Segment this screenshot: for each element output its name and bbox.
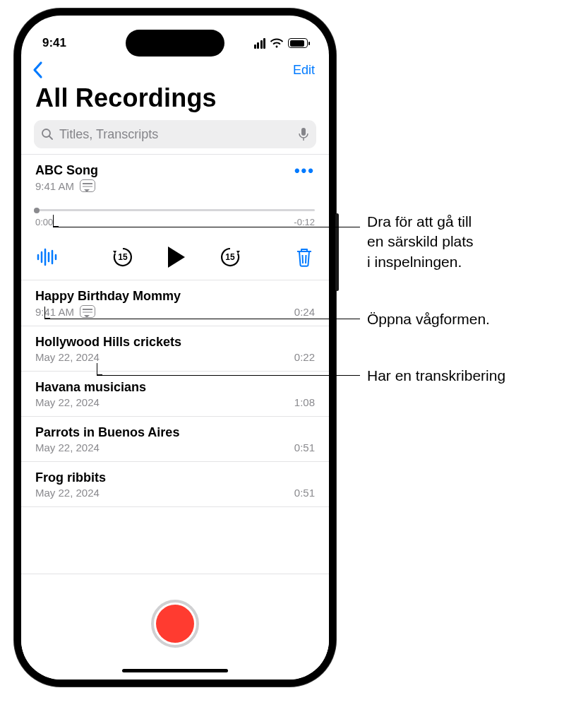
record-button-inner (156, 605, 194, 643)
recording-duration: 0:51 (294, 487, 315, 499)
wifi-icon (270, 38, 284, 48)
recording-row-cutoff: … (21, 507, 329, 521)
recording-duration: 0:24 (294, 306, 315, 318)
playback-controls: 15 15 (35, 246, 315, 268)
callout-leader (53, 227, 360, 227)
callout-waveform: Öppna vågformen. (367, 309, 490, 329)
bottom-bar (21, 574, 329, 680)
dictate-icon[interactable] (298, 127, 309, 141)
skip-back-button[interactable]: 15 (112, 246, 134, 268)
recording-date: May 22, 2024 (35, 441, 100, 453)
nav-bar: Edit (21, 58, 329, 82)
record-button[interactable] (151, 600, 199, 648)
screen: 9:41 Edit All Recordings (21, 16, 329, 680)
recording-title: Havana musicians (35, 380, 315, 395)
svg-line-1 (49, 136, 52, 139)
battery-icon (288, 38, 308, 48)
skip-forward-button[interactable]: 15 (219, 246, 241, 268)
recording-duration: 0:22 (294, 351, 315, 363)
scrubber-times: 0:00 -0:12 (35, 217, 315, 227)
phone-frame: 9:41 Edit All Recordings (14, 8, 336, 687)
page-title: All Recordings (21, 82, 329, 120)
svg-point-0 (42, 129, 50, 137)
callout-scrubber: Dra för att gå till en särskild plats i … (367, 212, 474, 272)
transcript-icon (80, 179, 95, 192)
callout-leader (97, 375, 360, 376)
recording-row[interactable]: Parrots in Buenos Aires May 22, 2024 0:5… (21, 417, 329, 462)
search-icon (41, 128, 54, 141)
recording-title: Frog ribbits (35, 470, 315, 485)
more-button[interactable]: ••• (294, 163, 315, 176)
callout-leader (44, 319, 360, 319)
recording-title: Happy Birthday Mommy (35, 289, 315, 304)
recording-title: Parrots in Buenos Aires (35, 425, 315, 440)
scrubber-elapsed: 0:00 (35, 217, 53, 227)
recording-row-expanded[interactable]: ABC Song 9:41 AM ••• 0:00 (21, 154, 329, 280)
recording-row[interactable]: Happy Birthday Mommy 9:41 AM 0:24 (21, 280, 329, 326)
edit-button[interactable]: Edit (293, 63, 315, 78)
playback-scrubber[interactable] (35, 209, 315, 211)
callout-hook (97, 363, 102, 375)
callout-transcript: Har en transkribering (367, 366, 505, 386)
search-input[interactable] (59, 127, 292, 142)
transcript-icon (80, 305, 95, 318)
skip-forward-label: 15 (219, 246, 241, 268)
skip-back-label: 15 (112, 246, 134, 268)
play-button[interactable] (168, 247, 185, 268)
status-time: 9:41 (42, 36, 66, 50)
recording-date: May 22, 2024 (35, 487, 100, 499)
search-field[interactable] (34, 120, 316, 148)
back-button[interactable] (31, 61, 44, 79)
home-indicator[interactable] (122, 669, 228, 672)
recording-date: 9:41 AM (35, 306, 74, 318)
svg-line-11 (306, 255, 306, 263)
svg-line-10 (303, 255, 304, 263)
svg-rect-2 (301, 128, 306, 136)
scrubber-knob[interactable] (34, 208, 40, 213)
recording-row[interactable]: Havana musicians May 22, 2024 1:08 (21, 372, 329, 417)
recording-row[interactable]: Frog ribbits May 22, 2024 0:51 (21, 462, 329, 507)
callout-hook (44, 307, 50, 319)
side-button (335, 213, 339, 291)
dynamic-island (126, 30, 224, 57)
delete-button[interactable] (295, 247, 313, 268)
recording-title: Hollywood Hills crickets (35, 335, 315, 350)
callout-hook (53, 215, 59, 227)
status-icons (254, 38, 308, 49)
recording-duration: 0:51 (294, 441, 315, 453)
recording-duration: 1:08 (294, 396, 315, 408)
recording-date: May 22, 2024 (35, 351, 100, 363)
recording-date: May 22, 2024 (35, 396, 100, 408)
recording-time: 9:41 AM (35, 180, 74, 192)
recording-row[interactable]: Hollywood Hills crickets May 22, 2024 0:… (21, 326, 329, 372)
cellular-icon (254, 38, 266, 49)
recording-title: ABC Song (35, 163, 98, 178)
scrubber-remaining: -0:12 (294, 217, 315, 227)
waveform-button[interactable] (37, 248, 58, 266)
